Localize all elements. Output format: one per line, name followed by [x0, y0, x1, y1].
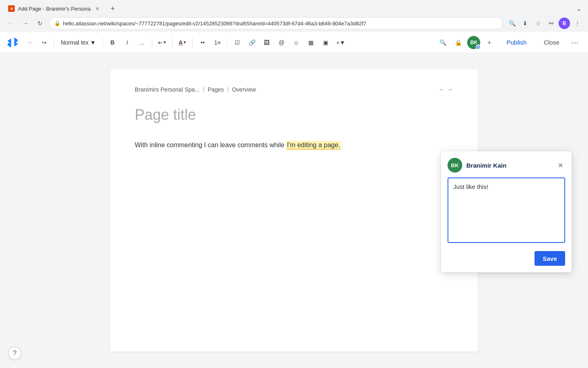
collaborator-avatar[interactable]: BK B: [467, 36, 480, 49]
lock-icon: 🔒: [54, 20, 60, 26]
text-color-icon: A: [178, 39, 183, 46]
text-style-dropdown[interactable]: Normal tex ▼: [58, 36, 99, 49]
editor-page: Branimirs Personal Spa... / Pages / Over…: [110, 70, 478, 352]
link-button[interactable]: 🔗: [245, 36, 258, 49]
comment-body: [441, 177, 572, 251]
image-button[interactable]: 🖼: [260, 36, 273, 49]
breadcrumb-sep-2: /: [227, 86, 229, 93]
mention-button[interactable]: @: [275, 36, 288, 49]
content-before: With inline commenting I can leave comme…: [135, 141, 286, 148]
more-format-button[interactable]: ...: [136, 36, 149, 49]
url-text: hello.atlassian.net/wiki/spaces/~7777227…: [63, 20, 498, 27]
back-button[interactable]: ←: [5, 18, 16, 29]
page-title-input[interactable]: Page title: [135, 106, 453, 123]
toolbar-divider-1: [54, 38, 54, 47]
breadcrumb-expand: ← →: [439, 86, 453, 93]
tab-close-button[interactable]: ✕: [94, 5, 100, 12]
browser-collapse-button[interactable]: ⌄: [576, 5, 585, 13]
task-button[interactable]: ☑: [231, 36, 244, 49]
insert-more-button[interactable]: +▼: [334, 36, 347, 49]
italic-button[interactable]: I: [121, 36, 134, 49]
toolbar-divider-4: [172, 38, 173, 47]
toolbar-divider-3: [152, 38, 152, 47]
text-style-chevron: ▼: [90, 39, 96, 46]
browser-menu-button[interactable]: ⋮: [572, 18, 583, 29]
profile-button[interactable]: B: [559, 18, 570, 29]
editor-toolbar: ↩ ↪ Normal tex ▼ B I ... ⇤ ▼ A ▼ •• 1≡: [0, 32, 588, 53]
forward-button[interactable]: →: [20, 18, 31, 29]
page-content[interactable]: With inline commenting I can leave comme…: [135, 140, 453, 150]
align-button[interactable]: ⇤ ▼: [156, 36, 169, 49]
align-chevron: ▼: [163, 40, 167, 45]
close-button[interactable]: Close: [537, 35, 566, 50]
comment-popup: BK Branimir Kain ✕ Save: [441, 151, 572, 272]
restriction-button[interactable]: 🔒: [452, 36, 465, 49]
expand-right-icon[interactable]: →: [447, 86, 453, 93]
breadcrumb-sep-1: /: [203, 86, 205, 93]
table-button[interactable]: ▦: [304, 36, 317, 49]
extensions-button[interactable]: ⚯: [546, 18, 557, 29]
address-bar: ← → ↻ 🔒 hello.atlassian.net/wiki/spaces/…: [0, 15, 588, 32]
text-style-label: Normal tex: [61, 39, 89, 46]
help-button[interactable]: ?: [8, 347, 21, 360]
undo-redo-group: ↩ ↪: [24, 36, 51, 49]
comment-header: BK Branimir Kain ✕: [441, 151, 572, 177]
toolbar-right: 🔍 🔒 BK B + Publish Close ⋯: [436, 35, 581, 50]
reload-button[interactable]: ↻: [34, 18, 46, 29]
bullet-list-button[interactable]: ••: [196, 36, 209, 49]
align-icon: ⇤: [158, 39, 163, 46]
comment-footer: Save: [441, 251, 572, 272]
breadcrumb-current[interactable]: Overview: [232, 86, 256, 93]
tab-favicon: ✕: [8, 5, 15, 12]
download-button[interactable]: ⬇: [519, 18, 531, 29]
emoji-button[interactable]: ☺: [290, 36, 303, 49]
comment-close-button[interactable]: ✕: [555, 160, 565, 170]
breadcrumb-pages[interactable]: Pages: [208, 86, 224, 93]
active-tab[interactable]: ✕ Add Page - Branimir's Persona ✕: [3, 2, 105, 15]
layout-button[interactable]: ▣: [319, 36, 332, 49]
toolbar-divider-2: [102, 38, 103, 47]
bold-button[interactable]: B: [106, 36, 119, 49]
redo-button[interactable]: ↪: [38, 36, 51, 49]
collaborator-initials: BK: [470, 40, 477, 45]
numbered-list-button[interactable]: 1≡: [211, 36, 224, 49]
toolbar-divider-5: [192, 38, 193, 47]
breadcrumb-space[interactable]: Branimirs Personal Spa...: [135, 86, 200, 93]
comment-textarea[interactable]: [448, 177, 565, 243]
collab-indicator: B: [476, 45, 481, 49]
highlighted-text: I'm editing a page.: [286, 141, 341, 150]
publish-button[interactable]: Publish: [498, 35, 535, 50]
tab-bar: ✕ Add Page - Branimir's Persona ✕ + ⌄: [0, 0, 588, 15]
browser-actions: 🔍 ⬇ ☆ ⚯ B ⋮: [506, 18, 583, 29]
expand-left-icon[interactable]: ←: [439, 86, 445, 93]
add-collaborator-button[interactable]: +: [483, 36, 496, 49]
search-button[interactable]: 🔍: [436, 36, 449, 49]
color-chevron: ▼: [183, 40, 187, 45]
breadcrumb: Branimirs Personal Spa... / Pages / Over…: [135, 86, 453, 93]
undo-button[interactable]: ↩: [24, 36, 37, 49]
zoom-button[interactable]: 🔍: [506, 18, 518, 29]
comment-avatar: BK: [448, 158, 462, 173]
tab-title: Add Page - Branimir's Persona: [18, 6, 91, 12]
text-color-button[interactable]: A ▼: [176, 36, 189, 49]
comment-avatar-initials: BK: [451, 162, 459, 168]
browser-chrome: ✕ Add Page - Branimir's Persona ✕ + ⌄ ← …: [0, 0, 588, 32]
new-tab-button[interactable]: +: [107, 3, 118, 14]
url-bar[interactable]: 🔒 hello.atlassian.net/wiki/spaces/~77772…: [49, 17, 503, 29]
toolbar-divider-6: [227, 38, 227, 47]
save-comment-button[interactable]: Save: [535, 251, 565, 266]
comment-username: Branimir Kain: [466, 162, 551, 169]
bookmark-button[interactable]: ☆: [532, 18, 544, 29]
more-options-button[interactable]: ⋯: [568, 36, 581, 49]
confluence-logo[interactable]: [7, 36, 19, 49]
